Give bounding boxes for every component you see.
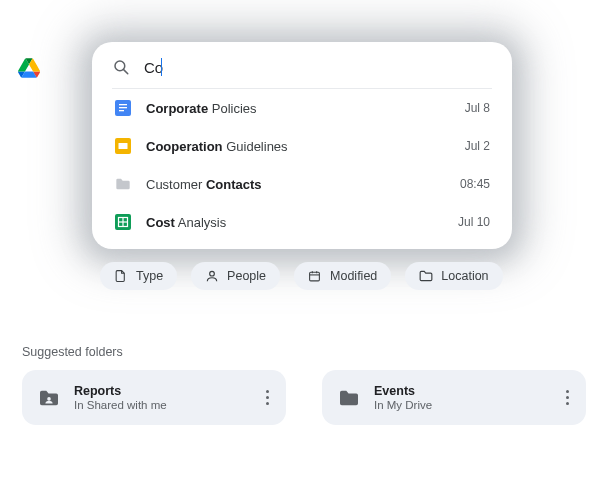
- section-title: Suggested folders: [22, 345, 123, 359]
- search-icon: [112, 58, 130, 76]
- more-options-button[interactable]: [258, 386, 276, 409]
- search-panel: Co Corporate Policies Jul 8 Cooperation …: [92, 42, 512, 249]
- result-date: Jul 8: [465, 101, 490, 115]
- slides-icon: [114, 137, 132, 155]
- result-date: Jul 10: [458, 215, 490, 229]
- folder-card-events[interactable]: Events In My Drive: [322, 370, 586, 425]
- folder-icon: [338, 387, 360, 409]
- search-result[interactable]: Customer Contacts 08:45: [92, 165, 512, 203]
- folder-name: Reports: [74, 384, 244, 398]
- svg-rect-3: [119, 104, 127, 105]
- search-row[interactable]: Co: [92, 42, 512, 88]
- text-caret: [161, 58, 162, 76]
- chip-label: Type: [136, 269, 163, 283]
- chip-label: People: [227, 269, 266, 283]
- svg-point-12: [210, 271, 215, 276]
- result-date: 08:45: [460, 177, 490, 191]
- result-name: Customer Contacts: [146, 177, 446, 192]
- sheets-icon: [114, 213, 132, 231]
- search-input[interactable]: Co: [144, 58, 162, 76]
- svg-rect-13: [310, 272, 320, 281]
- result-name: Cooperation Guidelines: [146, 139, 451, 154]
- folder-text: Reports In Shared with me: [74, 384, 244, 411]
- folder-card-reports[interactable]: Reports In Shared with me: [22, 370, 286, 425]
- search-result[interactable]: Cooperation Guidelines Jul 2: [92, 127, 512, 165]
- calendar-icon: [308, 269, 322, 283]
- drive-logo-icon: [18, 58, 40, 80]
- svg-point-17: [47, 397, 51, 401]
- search-result[interactable]: Cost Analysis Jul 10: [92, 203, 512, 249]
- result-name: Corporate Policies: [146, 101, 451, 116]
- search-result[interactable]: Corporate Policies Jul 8: [92, 89, 512, 127]
- more-options-button[interactable]: [558, 386, 576, 409]
- chip-type[interactable]: Type: [100, 262, 177, 290]
- chip-modified[interactable]: Modified: [294, 262, 391, 290]
- folder-icon: [114, 175, 132, 193]
- svg-rect-4: [119, 107, 127, 108]
- folder-outline-icon: [419, 269, 433, 283]
- result-name: Cost Analysis: [146, 215, 444, 230]
- svg-rect-7: [119, 143, 128, 149]
- suggested-folders-row: Reports In Shared with me Events In My D…: [22, 370, 586, 425]
- shared-folder-icon: [38, 387, 60, 409]
- result-date: Jul 2: [465, 139, 490, 153]
- chip-label: Modified: [330, 269, 377, 283]
- svg-line-1: [124, 70, 128, 74]
- chip-location[interactable]: Location: [405, 262, 502, 290]
- person-icon: [205, 269, 219, 283]
- file-icon: [114, 269, 128, 283]
- folder-location: In My Drive: [374, 399, 544, 411]
- folder-location: In Shared with me: [74, 399, 244, 411]
- folder-text: Events In My Drive: [374, 384, 544, 411]
- chip-people[interactable]: People: [191, 262, 280, 290]
- svg-rect-5: [119, 110, 124, 111]
- docs-icon: [114, 99, 132, 117]
- folder-name: Events: [374, 384, 544, 398]
- chip-label: Location: [441, 269, 488, 283]
- filter-chips-row: Type People Modified Location: [100, 262, 503, 290]
